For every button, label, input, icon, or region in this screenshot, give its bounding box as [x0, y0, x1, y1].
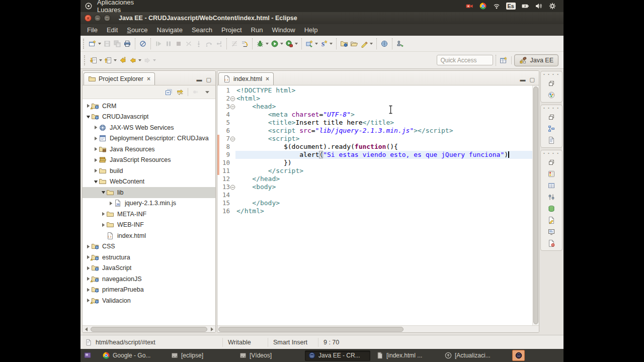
wifi-icon[interactable]: [493, 2, 501, 11]
debug-button[interactable]: [255, 38, 270, 50]
expand-arrow-icon[interactable]: [93, 125, 99, 130]
close-button[interactable]: ×: [85, 15, 92, 22]
web-browser-button[interactable]: [379, 38, 389, 50]
use-step-filters-button[interactable]: [229, 38, 239, 50]
code-line-1[interactable]: 1<!DOCTYPE html>: [217, 86, 532, 95]
step-return-button[interactable]: [214, 38, 224, 50]
tree-item-javascript-resources[interactable]: JavaScript Resources: [83, 155, 215, 166]
task-google-go-[interactable]: Google - Go...: [100, 350, 165, 361]
maximize-button[interactable]: ▢: [104, 15, 111, 22]
tree-item-javascript[interactable]: JavaScript: [83, 263, 215, 274]
collapse-arrow-icon[interactable]: [93, 179, 99, 184]
tab-index-html[interactable]: index.html ×: [218, 72, 274, 85]
code-text[interactable]: <meta charset="UTF-8">: [235, 111, 532, 119]
code-text[interactable]: }): [235, 159, 532, 167]
code-text[interactable]: <html>: [235, 95, 532, 103]
task--index-html-[interactable]: [index.html ...: [373, 350, 439, 361]
tree-item-meta-inf[interactable]: META-INF: [83, 209, 215, 220]
editor-hscrollbar[interactable]: [217, 325, 539, 332]
code-line-11[interactable]: 11 </script>: [217, 167, 532, 175]
terminate-button[interactable]: [174, 38, 184, 50]
close-tab-icon[interactable]: ×: [266, 75, 269, 82]
menu-help[interactable]: Help: [300, 24, 323, 36]
expand-arrow-icon[interactable]: [86, 244, 91, 249]
launcher-notification-button[interactable]: [512, 350, 525, 361]
keyboard-layout-indicator[interactable]: Es: [506, 3, 516, 10]
outline-icon[interactable]: [547, 125, 555, 133]
fold-collapse-icon[interactable]: [230, 95, 235, 103]
servers-icon[interactable]: [547, 193, 555, 201]
stack-grip[interactable]: • • • •: [543, 107, 559, 110]
expand-arrow-icon[interactable]: [93, 168, 99, 173]
sphere-view-icon[interactable]: [547, 91, 555, 99]
tree-item-webcontent[interactable]: WebContent: [83, 176, 215, 188]
quick-access-input[interactable]: [437, 55, 493, 65]
panel-menu-aplicaciones[interactable]: Aplicaciones: [93, 0, 138, 6]
expand-arrow-icon[interactable]: [93, 158, 99, 162]
run-tool-button[interactable]: [395, 38, 405, 50]
window-titlebar[interactable]: × – ▢ Java EE - CRUDJavascript/WebConten…: [80, 12, 564, 24]
prev-annotation-button[interactable]: [103, 54, 118, 66]
code-text[interactable]: <body>: [235, 183, 532, 191]
maximize-view-icon[interactable]: ▢: [206, 77, 211, 82]
dropdown-arrow-icon[interactable]: [370, 43, 373, 45]
expand-arrow-icon[interactable]: [93, 136, 99, 141]
code-text[interactable]: alert("Si estas viendo esto, es que jQue…: [235, 151, 532, 159]
workspace-switcher-icon[interactable]: [84, 351, 92, 359]
code-line-15[interactable]: 15 </body>: [217, 199, 532, 207]
skip-breakpoints-button[interactable]: [138, 38, 148, 50]
scroll-left-icon[interactable]: [83, 326, 90, 333]
tree-item-validacion[interactable]: Validacion: [83, 295, 215, 306]
code-text[interactable]: <script>: [235, 135, 532, 143]
new-wizard-ee-button[interactable]: [304, 38, 319, 50]
code-text[interactable]: </head>: [235, 175, 532, 183]
code-line-16[interactable]: 16</html>: [217, 207, 532, 215]
task--v-deos-[interactable]: [Vídeos]: [236, 350, 302, 361]
console-icon[interactable]: [547, 228, 555, 236]
dropdown-arrow-icon[interactable]: [98, 43, 101, 45]
dropdown-arrow-icon[interactable]: [266, 43, 269, 45]
menu-project[interactable]: Project: [217, 24, 246, 36]
expand-arrow-icon[interactable]: [101, 212, 106, 216]
snippets-icon[interactable]: [547, 216, 555, 224]
distributor-logo-icon[interactable]: [85, 2, 93, 10]
run-to-line-button[interactable]: [239, 38, 250, 50]
code-text[interactable]: [235, 191, 532, 199]
disconnect-button[interactable]: [184, 38, 194, 50]
new-servlet-button[interactable]: S: [319, 38, 334, 50]
tree-item-web-inf[interactable]: WEB-INF: [83, 220, 215, 231]
dropdown-arrow-icon[interactable]: [280, 43, 283, 45]
scroll-right-icon[interactable]: [208, 326, 215, 333]
link-editor-icon[interactable]: [176, 88, 184, 96]
menu-source[interactable]: Source: [122, 24, 152, 36]
fold-collapse-icon[interactable]: [230, 103, 235, 111]
minimize-button[interactable]: –: [94, 15, 101, 22]
volume-icon[interactable]: [534, 2, 543, 11]
collapse-all-icon[interactable]: [165, 88, 173, 96]
fold-collapse-icon[interactable]: [230, 135, 235, 143]
editor-vscrollbar[interactable]: [532, 85, 539, 325]
code-text[interactable]: <head>: [235, 103, 532, 111]
new-wizard-button[interactable]: [88, 38, 102, 50]
save-all-button[interactable]: [112, 38, 122, 50]
perspective-javaee-button[interactable]: Java EE: [514, 54, 558, 66]
last-edit-location-button[interactable]: [118, 54, 128, 66]
code-line-14[interactable]: 14: [217, 191, 532, 199]
step-into-button[interactable]: [194, 38, 204, 50]
code-line-10[interactable]: 10 }): [217, 159, 532, 167]
tree-item-java-resources[interactable]: Java Resources: [83, 144, 215, 155]
fold-collapse-icon[interactable]: [230, 183, 235, 191]
focus-icon[interactable]: [192, 88, 200, 96]
task-java-ee-cr-[interactable]: Java EE - CR...: [305, 350, 370, 361]
tree-item-estructura[interactable]: estructura: [83, 252, 215, 263]
dropdown-arrow-icon[interactable]: [330, 43, 333, 45]
tree-item-navegacionjs[interactable]: navegacionJS: [83, 274, 215, 285]
save-button[interactable]: [102, 38, 112, 50]
data-source-icon[interactable]: [547, 205, 555, 213]
collapse-arrow-icon[interactable]: [86, 115, 91, 119]
vscroll-thumb[interactable]: [533, 86, 538, 324]
code-text[interactable]: <!DOCTYPE html>: [235, 86, 532, 95]
toolbar-grip[interactable]: [83, 39, 86, 49]
expand-arrow-icon[interactable]: [86, 288, 91, 292]
code-line-2[interactable]: 2<html>: [217, 95, 532, 103]
